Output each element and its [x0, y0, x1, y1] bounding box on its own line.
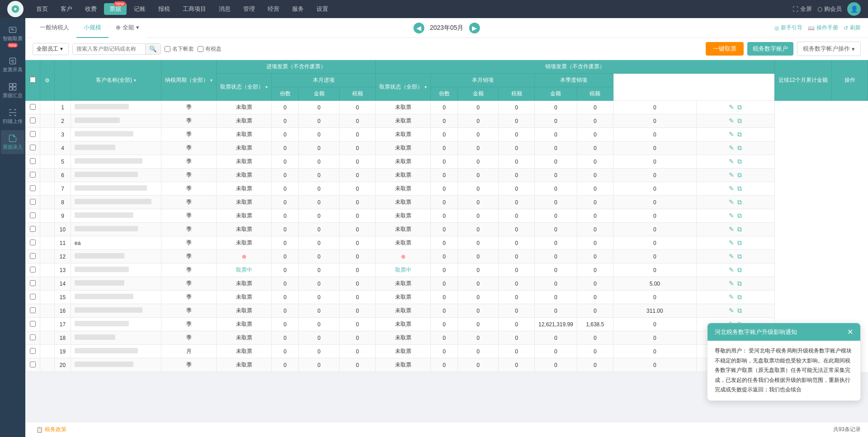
search-button[interactable]: 🔍	[145, 44, 160, 54]
copy-icon[interactable]: ⧉	[737, 293, 742, 301]
nav-customer[interactable]: 客户	[55, 3, 78, 15]
copy-icon[interactable]: ⧉	[737, 239, 742, 246]
manual-link[interactable]: 📖 操作手册	[808, 24, 838, 32]
row-checkbox[interactable]	[30, 348, 36, 354]
row-checkbox[interactable]	[30, 158, 36, 164]
edit-icon[interactable]: ✎	[729, 253, 734, 260]
row-checkbox[interactable]	[30, 212, 36, 218]
in-fetch-filter-icon[interactable]: ▾	[265, 85, 268, 89]
tax-digital-ops-button[interactable]: 税务数字帐户操作 ▾	[797, 42, 861, 56]
date-next-btn[interactable]: ▶	[469, 23, 480, 33]
app-logo[interactable]	[7, 1, 24, 17]
row-checkbox[interactable]	[30, 226, 36, 232]
row-checkbox[interactable]	[30, 267, 36, 273]
nav-settings[interactable]: 设置	[311, 3, 334, 15]
edit-icon[interactable]: ✎	[729, 131, 734, 138]
edit-icon[interactable]: ✎	[729, 266, 734, 273]
copy-icon[interactable]: ⧉	[737, 171, 742, 179]
sidebar-item-smart-ticket[interactable]: 智能取票 new	[1, 22, 24, 51]
row-checkbox[interactable]	[30, 253, 36, 259]
row-checkbox[interactable]	[30, 131, 36, 137]
sidebar-item-summary[interactable]: 票据汇总	[1, 79, 24, 103]
row-checkbox[interactable]	[30, 185, 36, 191]
edit-icon[interactable]: ✎	[729, 226, 734, 233]
edit-icon[interactable]: ✎	[729, 212, 734, 219]
row-checkbox[interactable]	[30, 199, 36, 205]
edit-icon[interactable]: ✎	[729, 117, 734, 124]
row-checkbox[interactable]	[30, 172, 36, 178]
edit-icon[interactable]: ✎	[729, 103, 734, 111]
checkbox-has-tax-disk[interactable]: 有税盘	[198, 45, 222, 53]
tab-general-taxpayer[interactable]: 一般纳税人	[33, 18, 76, 38]
date-prev-btn[interactable]: ◀	[414, 23, 425, 33]
member-btn[interactable]: ⬡ 购会员	[817, 5, 842, 13]
nav-message[interactable]: 消息	[213, 3, 236, 15]
nav-bookkeeping[interactable]: 记账	[128, 3, 151, 15]
tab-all-capable[interactable]: ⊕ 全能 ▾	[108, 18, 146, 38]
period-filter-icon[interactable]: ▾	[210, 78, 212, 83]
copy-icon[interactable]: ⧉	[737, 226, 742, 233]
row-checkbox[interactable]	[30, 321, 36, 327]
sidebar-item-invoice-open[interactable]: 发票开具	[1, 53, 24, 77]
nav-business[interactable]: 工商项目	[177, 3, 212, 15]
edit-icon[interactable]: ✎	[729, 158, 734, 165]
customer-filter-icon[interactable]: ▾	[134, 78, 136, 83]
row-checkbox[interactable]	[30, 280, 36, 286]
copy-icon[interactable]: ⧉	[737, 103, 742, 111]
edit-icon[interactable]: ✎	[729, 144, 734, 151]
copy-icon[interactable]: ⧉	[737, 266, 742, 273]
row-checkbox[interactable]	[30, 145, 36, 150]
copy-icon[interactable]: ⧉	[737, 212, 742, 219]
one-key-ticket-button[interactable]: 一键取票	[706, 42, 744, 56]
nav-manage[interactable]: 管理	[238, 3, 260, 15]
employee-filter-label: 全部员工	[37, 45, 58, 53]
row-checkbox[interactable]	[30, 104, 36, 110]
employee-filter[interactable]: 全部员工 ▾	[33, 43, 69, 55]
user-avatar[interactable]: 👤	[847, 2, 861, 16]
sidebar-item-scan[interactable]: 扫描上传	[1, 104, 24, 128]
notification-close-button[interactable]: ✕	[847, 328, 853, 336]
tab-small-scale[interactable]: 小规模	[76, 18, 108, 38]
row-checkbox[interactable]	[30, 294, 36, 300]
nav-fee[interactable]: 收费	[80, 3, 102, 15]
copy-icon[interactable]: ⧉	[737, 158, 742, 165]
copy-icon[interactable]: ⧉	[737, 117, 742, 124]
fullscreen-btn[interactable]: ⛶ 全屏	[793, 5, 812, 13]
row-checkbox[interactable]	[30, 362, 36, 367]
copy-icon[interactable]: ⧉	[737, 307, 742, 314]
copy-icon[interactable]: ⧉	[737, 144, 742, 151]
edit-icon[interactable]: ✎	[729, 198, 734, 206]
tax-policy-link[interactable]: 📋 税务政策	[33, 424, 70, 435]
copy-icon[interactable]: ⧉	[737, 131, 742, 138]
row-checkbox[interactable]	[30, 307, 36, 313]
refresh-link[interactable]: ↺ 刷新	[844, 24, 861, 32]
new-guide-link[interactable]: ◎ 新手引导	[774, 24, 802, 32]
row-checkbox[interactable]	[30, 334, 36, 340]
copy-icon[interactable]: ⧉	[737, 198, 742, 206]
tax-digital-account-button[interactable]: 税务数字账户	[747, 42, 793, 56]
settings-icon[interactable]: ⚙	[45, 77, 50, 84]
checkbox-sub-accounts[interactable]: 名下帐套	[165, 45, 194, 53]
copy-icon[interactable]: ⧉	[737, 280, 742, 287]
nav-ticket[interactable]: 票据 new	[104, 3, 127, 15]
nav-operation[interactable]: 经营	[262, 3, 285, 15]
row-checkbox[interactable]	[30, 240, 36, 245]
nav-service[interactable]: 服务	[287, 3, 309, 15]
customer-search-input[interactable]	[73, 44, 145, 54]
sub-accounts-checkbox[interactable]	[165, 46, 170, 52]
row-checkbox[interactable]	[30, 117, 36, 123]
edit-icon[interactable]: ✎	[729, 293, 734, 301]
edit-icon[interactable]: ✎	[729, 307, 734, 314]
nav-tax[interactable]: 报税	[153, 3, 175, 15]
edit-icon[interactable]: ✎	[729, 171, 734, 179]
select-all-checkbox[interactable]	[30, 77, 36, 83]
has-tax-disk-checkbox[interactable]	[198, 46, 203, 52]
edit-icon[interactable]: ✎	[729, 280, 734, 287]
edit-icon[interactable]: ✎	[729, 185, 734, 192]
copy-icon[interactable]: ⧉	[737, 253, 742, 260]
sidebar-item-entry[interactable]: 票据录入	[1, 130, 24, 154]
nav-home[interactable]: 首页	[31, 3, 53, 15]
copy-icon[interactable]: ⧉	[737, 185, 742, 192]
edit-icon[interactable]: ✎	[729, 239, 734, 246]
out-fetch-filter-icon[interactable]: ▾	[425, 85, 427, 89]
